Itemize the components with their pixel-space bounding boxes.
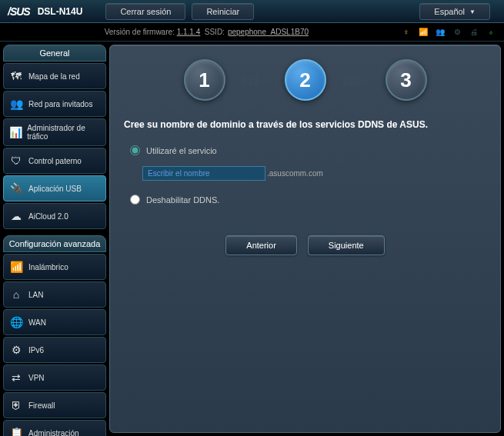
section-advanced: Configuración avanzada <box>3 235 106 252</box>
sidebar-item-label: Red para invitados <box>28 100 92 108</box>
ssid-label: SSID: <box>205 28 225 36</box>
network-map-icon: 🗺 <box>8 68 24 84</box>
language-dropdown[interactable]: Español ▼ <box>419 3 490 20</box>
ssid-value[interactable]: pepephone_ADSL1B70 <box>228 28 309 36</box>
firewall-icon: ⛨ <box>8 398 24 413</box>
sidebar-item-label: LAN <box>28 291 43 299</box>
sidebar: General 🗺Mapa de la red 👥Red para invita… <box>0 42 109 436</box>
sidebar-item-guest-network[interactable]: 👥Red para invitados <box>3 91 106 117</box>
guest-network-icon: 👥 <box>8 96 24 111</box>
aicloud-icon: ☁ <box>8 208 24 224</box>
sidebar-item-label: Firewall <box>28 401 55 410</box>
sidebar-item-administration[interactable]: 📋Administración <box>3 420 106 436</box>
radio-disable-input[interactable] <box>130 195 140 205</box>
parental-icon: 🛡 <box>8 153 24 168</box>
sidebar-item-label: VPN <box>28 374 45 382</box>
traffic-icon: 📊 <box>8 125 22 140</box>
next-button[interactable]: Siguiente <box>308 235 385 255</box>
sidebar-item-parental-control[interactable]: 🛡Control paterno <box>3 148 106 174</box>
ipv6-icon: ⚙ <box>8 342 24 358</box>
sidebar-item-wan[interactable]: 🌐WAN <box>3 309 106 335</box>
firmware-version[interactable]: 1.1.1.4 <box>177 28 201 36</box>
sidebar-item-wireless[interactable]: 📶Inalámbrico <box>3 254 106 280</box>
logout-button[interactable]: Cerrar sesión <box>105 3 185 20</box>
page-heading: Cree su nombre de dominio a través de lo… <box>124 119 486 130</box>
sidebar-item-label: IPv6 <box>28 346 44 354</box>
lan-icon: ⌂ <box>8 287 24 302</box>
step-arrow-icon: ▮▮▮➤ <box>241 72 269 88</box>
previous-button[interactable]: Anterior <box>225 235 297 255</box>
model-name: DSL-N14U <box>38 6 83 17</box>
radio-use-service[interactable]: Utilizaré el servicio <box>124 145 486 155</box>
brand-logo: /SUS <box>8 5 30 18</box>
sidebar-item-ipv6[interactable]: ⚙IPv6 <box>3 337 106 363</box>
domain-suffix: .asuscomm.com <box>267 169 323 178</box>
language-label: Español <box>434 7 465 16</box>
wireless-icon: 📶 <box>8 259 24 275</box>
sidebar-item-label: AiCloud 2.0 <box>28 212 68 221</box>
main-panel: 1 ▮▮▮➤ 2 ▮▮▮➤ 3 Cree su nombre de domini… <box>109 45 501 433</box>
chevron-down-icon: ▼ <box>469 8 476 15</box>
sidebar-item-label: Aplicación USB <box>28 185 82 193</box>
sidebar-item-usb-app[interactable]: 🔌Aplicación USB <box>3 175 106 201</box>
sidebar-item-lan[interactable]: ⌂LAN <box>3 281 106 308</box>
wan-icon: 🌐 <box>8 315 24 330</box>
sidebar-item-vpn[interactable]: ⇄VPN <box>3 364 106 391</box>
sidebar-item-traffic-manager[interactable]: 📊Administrador de tráfico <box>3 118 106 146</box>
hostname-input[interactable] <box>142 166 265 181</box>
users-icon[interactable]: 👥 <box>435 27 446 38</box>
sidebar-item-label: Inalámbrico <box>28 263 68 271</box>
bulb-icon[interactable]: ♀ <box>401 27 412 38</box>
admin-icon: 📋 <box>8 425 24 436</box>
radio-disable-label: Deshabilitar DDNS. <box>146 195 219 205</box>
firmware-label: Versión de firmware: <box>105 28 175 36</box>
vpn-icon: ⇄ <box>8 370 24 385</box>
sidebar-item-label: Mapa de la red <box>28 72 80 81</box>
gear-icon[interactable]: ⚙ <box>452 27 462 38</box>
step-3: 3 <box>386 59 427 101</box>
radio-use-input[interactable] <box>130 145 140 155</box>
radio-disable-ddns[interactable]: Deshabilitar DDNS. <box>124 195 486 205</box>
usb-icon[interactable]: ⬨ <box>486 27 496 38</box>
section-general: General <box>3 45 106 62</box>
sidebar-item-label: WAN <box>28 318 46 327</box>
wifi-icon[interactable]: 📶 <box>418 27 429 38</box>
sidebar-item-label: Administración <box>28 429 79 437</box>
sidebar-item-firewall[interactable]: ⛨Firewall <box>3 392 106 418</box>
radio-use-label: Utilizaré el servicio <box>146 146 217 155</box>
step-2: 2 <box>285 59 326 101</box>
usb-app-icon: 🔌 <box>8 181 24 196</box>
sidebar-item-label: Control paterno <box>28 157 82 165</box>
sidebar-item-aicloud[interactable]: ☁AiCloud 2.0 <box>3 203 106 229</box>
sidebar-item-label: Administrador de tráfico <box>27 124 101 141</box>
step-1: 1 <box>184 59 225 101</box>
printer-icon[interactable]: 🖨 <box>469 27 479 38</box>
reboot-button[interactable]: Reiniciar <box>192 3 254 20</box>
step-arrow-icon: ▮▮▮➤ <box>342 72 370 88</box>
sidebar-item-network-map[interactable]: 🗺Mapa de la red <box>3 63 106 89</box>
